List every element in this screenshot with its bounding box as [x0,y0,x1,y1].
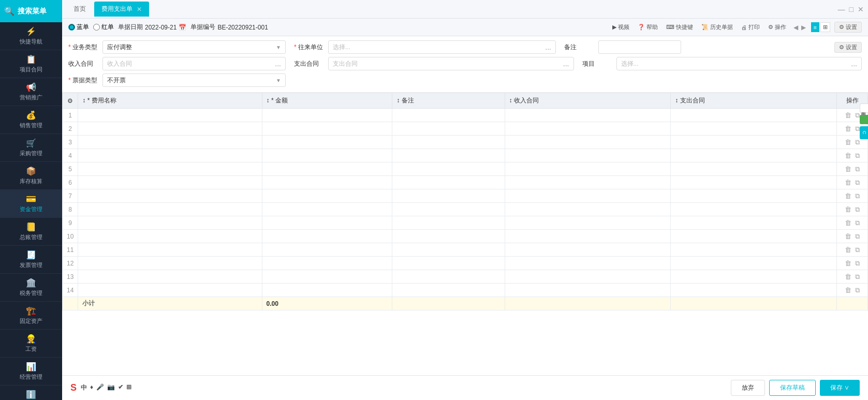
delete-icon[interactable]: 🗑 [845,192,851,200]
copy-icon[interactable]: ⧉ [855,232,860,240]
window-close-btn[interactable]: ✕ [858,5,864,13]
delete-icon[interactable]: 🗑 [845,125,851,132]
cell-expense-contract[interactable] [671,243,837,257]
copy-icon[interactable]: ⧉ [855,219,860,227]
invoice-type-input[interactable]: 不开票 ▼ [102,73,286,87]
notes-input[interactable] [598,40,681,54]
cell-amount[interactable] [262,189,392,203]
cell-income-contract[interactable] [505,270,671,284]
cell-expense-name[interactable] [78,270,262,284]
sidebar-item-basic-info[interactable]: ℹ️基础信息 [0,386,62,400]
delete-icon[interactable]: 🗑 [845,165,851,173]
cell-income-contract[interactable] [505,176,671,189]
cell-expense-contract[interactable] [671,189,837,203]
sidebar-item-marketing[interactable]: 📢营销推广 [0,78,62,106]
brand-icon-6[interactable]: ⊞ [126,383,131,392]
cell-notes[interactable] [392,257,505,270]
expense-contract-input[interactable]: 支出合同 ... [328,57,574,70]
help-btn[interactable]: ❓ 帮助 [636,22,660,32]
delete-icon[interactable]: 🗑 [845,246,851,254]
copy-icon[interactable]: ⧉ [855,179,860,186]
sidebar-item-sales[interactable]: 💰销售管理 [0,106,62,134]
cell-expense-name[interactable] [78,109,262,122]
cell-expense-name[interactable] [78,176,262,189]
sidebar-item-capital[interactable]: 💳资金管理 [0,190,62,218]
form-settings-btn[interactable]: ⚙ 设置 [834,42,862,53]
edit-float-tab[interactable]: 编 [860,115,868,124]
cyan-float-tab[interactable]: C [860,126,868,139]
cell-amount[interactable] [262,136,392,149]
delete-icon[interactable]: 🗑 [845,179,851,186]
cell-expense-name[interactable] [78,189,262,203]
sidebar-item-purchase[interactable]: 🛒采购管理 [0,134,62,162]
tab-home[interactable]: 首页 [66,2,93,17]
cell-expense-contract[interactable] [671,149,837,162]
delete-icon[interactable]: 🗑 [845,232,851,240]
cell-notes[interactable] [392,149,505,162]
sidebar-item-project-contract[interactable]: 📋项目合同 [0,50,62,78]
cell-expense-contract[interactable] [671,203,837,216]
delete-icon[interactable]: 🗑 [845,259,851,267]
cell-expense-name[interactable] [78,136,262,149]
cell-notes[interactable] [392,162,505,176]
delete-icon[interactable]: 🗑 [845,205,851,213]
project-input[interactable]: 选择... ... [616,57,862,70]
delete-icon[interactable]: 🗑 [845,286,851,294]
partner-input[interactable]: 选择... ... [328,40,556,54]
cell-amount[interactable] [262,270,392,284]
brand-icon-3[interactable]: 🎤 [96,383,104,392]
cell-income-contract[interactable] [505,243,671,257]
income-contract-input[interactable]: 收入合同 ... [102,57,286,70]
cell-notes[interactable] [392,284,505,297]
cell-income-contract[interactable] [505,216,671,230]
save-draft-button[interactable]: 保存草稿 [769,380,816,396]
sidebar-item-payroll[interactable]: 👷工资 [0,330,62,358]
attachment-float-tab[interactable]: 附件 [860,103,868,113]
cell-expense-name[interactable] [78,203,262,216]
radio-blue-label[interactable]: 蓝单 [68,23,89,32]
cell-income-contract[interactable] [505,136,671,149]
radio-red[interactable] [93,24,100,31]
cell-notes[interactable] [392,243,505,257]
sidebar-item-invoice[interactable]: 🧾发票管理 [0,246,62,274]
cell-income-contract[interactable] [505,162,671,176]
cell-expense-contract[interactable] [671,216,837,230]
cell-expense-contract[interactable] [671,136,837,149]
copy-icon[interactable]: ⧉ [855,273,860,280]
radio-red-label[interactable]: 红单 [93,23,114,32]
sidebar-item-quick-nav[interactable]: ⚡快捷导航 [0,22,62,50]
history-btn[interactable]: 📜 历史单据 [699,22,735,32]
copy-icon[interactable]: ⧉ [855,259,860,267]
copy-icon[interactable]: ⧉ [855,192,860,200]
sidebar-item-operations[interactable]: 📊经营管理 [0,358,62,386]
cell-notes[interactable] [392,203,505,216]
delete-icon[interactable]: 🗑 [845,273,851,280]
cell-income-contract[interactable] [505,284,671,297]
cell-income-contract[interactable] [505,203,671,216]
settings-btn[interactable]: ⚙ 设置 [834,22,862,33]
cell-notes[interactable] [392,109,505,122]
tab-close-icon[interactable]: ✕ [137,6,142,13]
cell-income-contract[interactable] [505,189,671,203]
cell-amount[interactable] [262,216,392,230]
cell-amount[interactable] [262,284,392,297]
copy-icon[interactable]: ⧉ [855,286,860,294]
cell-amount[interactable] [262,176,392,189]
cell-expense-name[interactable] [78,230,262,243]
copy-icon[interactable]: ⧉ [855,125,860,132]
cell-expense-name[interactable] [78,162,262,176]
copy-icon[interactable]: ⧉ [855,165,860,173]
cell-notes[interactable] [392,176,505,189]
cell-notes[interactable] [392,189,505,203]
video-btn[interactable]: ▶ 视频 [610,22,631,32]
shortcut-btn[interactable]: ⌨ 快捷键 [664,22,695,32]
tab-expense-form[interactable]: 费用支出单 ✕ [94,2,149,17]
view-list-btn[interactable]: ≡ [811,22,819,32]
cell-notes[interactable] [392,136,505,149]
radio-blue[interactable] [68,24,75,31]
brand-icon-1[interactable]: 中 [81,383,87,392]
cell-amount[interactable] [262,149,392,162]
cell-expense-contract[interactable] [671,230,837,243]
nav-prev-btn[interactable]: ◀ [792,23,799,32]
cell-amount[interactable] [262,230,392,243]
